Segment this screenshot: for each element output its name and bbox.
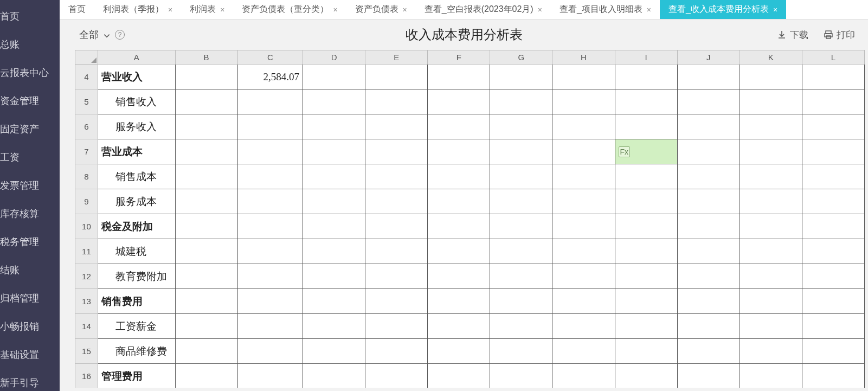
filter-dropdown[interactable]: 全部 ?	[79, 28, 125, 41]
row-header-4[interactable]: 4	[75, 65, 98, 89]
cell-K5[interactable]	[740, 89, 802, 114]
download-button[interactable]: 下载	[777, 29, 808, 41]
cell-E16[interactable]	[365, 364, 428, 388]
cell-K4[interactable]	[740, 65, 802, 89]
cell-H14[interactable]	[552, 314, 615, 339]
cell-E10[interactable]	[365, 214, 428, 239]
cell-A13[interactable]: 销售费用	[98, 289, 175, 314]
cell-J6[interactable]	[677, 114, 740, 139]
cell-C16[interactable]	[237, 364, 303, 388]
cell-A9[interactable]: 服务成本	[98, 189, 175, 214]
cell-G10[interactable]	[490, 214, 552, 239]
cell-G13[interactable]	[490, 289, 552, 314]
cell-F7[interactable]	[428, 139, 490, 164]
column-header-F[interactable]: F	[428, 50, 490, 65]
sidebar-item-5[interactable]: 工资	[0, 143, 60, 171]
cell-F16[interactable]	[428, 364, 490, 388]
cell-L12[interactable]	[802, 264, 864, 289]
column-header-I[interactable]: I	[615, 50, 677, 65]
cell-C12[interactable]	[237, 264, 303, 289]
cell-I5[interactable]	[615, 89, 677, 114]
cell-F8[interactable]	[428, 164, 490, 189]
cell-E5[interactable]	[365, 89, 428, 114]
close-icon[interactable]: ×	[647, 5, 651, 14]
cell-H11[interactable]	[552, 239, 615, 264]
cell-G15[interactable]	[490, 339, 552, 364]
cell-G9[interactable]	[490, 189, 552, 214]
cell-B12[interactable]	[175, 264, 237, 289]
close-icon[interactable]: ×	[773, 5, 777, 14]
column-header-J[interactable]: J	[677, 50, 740, 65]
close-icon[interactable]: ×	[538, 5, 542, 14]
cell-G11[interactable]	[490, 239, 552, 264]
cell-E14[interactable]	[365, 314, 428, 339]
cell-G6[interactable]	[490, 114, 552, 139]
close-icon[interactable]: ×	[168, 5, 172, 14]
cell-D15[interactable]	[303, 339, 365, 364]
cell-I13[interactable]	[615, 289, 677, 314]
row-header-11[interactable]: 11	[75, 239, 98, 264]
cell-I6[interactable]	[615, 114, 677, 139]
cell-J14[interactable]	[677, 314, 740, 339]
cell-E12[interactable]	[365, 264, 428, 289]
tab-7[interactable]: 查看_收入成本费用分析表×	[660, 0, 786, 19]
cell-D10[interactable]	[303, 214, 365, 239]
cell-I15[interactable]	[615, 339, 677, 364]
cell-F9[interactable]	[428, 189, 490, 214]
cell-I14[interactable]	[615, 314, 677, 339]
cell-B5[interactable]	[175, 89, 237, 114]
cell-J10[interactable]	[677, 214, 740, 239]
cell-I7[interactable]: Fx	[615, 139, 677, 164]
spreadsheet[interactable]: ABCDEFGHIJKL4营业收入2,584.075销售收入6服务收入7营业成本…	[75, 50, 865, 388]
cell-G16[interactable]	[490, 364, 552, 388]
cell-K13[interactable]	[740, 289, 802, 314]
cell-D4[interactable]	[303, 65, 365, 89]
cell-H6[interactable]	[552, 114, 615, 139]
cell-B16[interactable]	[175, 364, 237, 388]
cell-K6[interactable]	[740, 114, 802, 139]
column-header-B[interactable]: B	[175, 50, 237, 65]
sidebar-item-7[interactable]: 库存核算	[0, 200, 60, 228]
sidebar-item-2[interactable]: 云报表中心	[0, 59, 60, 87]
cell-C13[interactable]	[237, 289, 303, 314]
cell-L4[interactable]	[802, 65, 864, 89]
help-icon[interactable]: ?	[115, 30, 125, 40]
sidebar-item-4[interactable]: 固定资产	[0, 115, 60, 143]
cell-A5[interactable]: 销售收入	[98, 89, 175, 114]
cell-D13[interactable]	[303, 289, 365, 314]
sidebar-item-10[interactable]: 归档管理	[0, 284, 60, 312]
row-header-6[interactable]: 6	[75, 114, 98, 139]
cell-H7[interactable]	[552, 139, 615, 164]
cell-K15[interactable]	[740, 339, 802, 364]
cell-C15[interactable]	[237, 339, 303, 364]
column-header-G[interactable]: G	[490, 50, 552, 65]
cell-J12[interactable]	[677, 264, 740, 289]
sidebar-item-6[interactable]: 发票管理	[0, 171, 60, 200]
cell-C5[interactable]	[237, 89, 303, 114]
cell-F4[interactable]	[428, 65, 490, 89]
tab-5[interactable]: 查看_空白报表(2023年02月)×	[416, 0, 551, 19]
cell-I10[interactable]	[615, 214, 677, 239]
cell-L14[interactable]	[802, 314, 864, 339]
tab-1[interactable]: 利润表（季报）×	[94, 0, 181, 19]
cell-E13[interactable]	[365, 289, 428, 314]
cell-E8[interactable]	[365, 164, 428, 189]
cell-L7[interactable]	[802, 139, 864, 164]
cell-L8[interactable]	[802, 164, 864, 189]
sidebar-item-3[interactable]: 资金管理	[0, 87, 60, 115]
row-header-5[interactable]: 5	[75, 89, 98, 114]
column-header-L[interactable]: L	[802, 50, 864, 65]
cell-E7[interactable]	[365, 139, 428, 164]
cell-B15[interactable]	[175, 339, 237, 364]
column-header-C[interactable]: C	[237, 50, 303, 65]
close-icon[interactable]: ×	[220, 5, 224, 14]
cell-F11[interactable]	[428, 239, 490, 264]
cell-I11[interactable]	[615, 239, 677, 264]
sidebar-item-13[interactable]: 新手引导	[0, 369, 60, 391]
sidebar-item-0[interactable]: 首页	[0, 2, 60, 30]
cell-D14[interactable]	[303, 314, 365, 339]
cell-B9[interactable]	[175, 189, 237, 214]
cell-C7[interactable]	[237, 139, 303, 164]
cell-B7[interactable]	[175, 139, 237, 164]
cell-K14[interactable]	[740, 314, 802, 339]
